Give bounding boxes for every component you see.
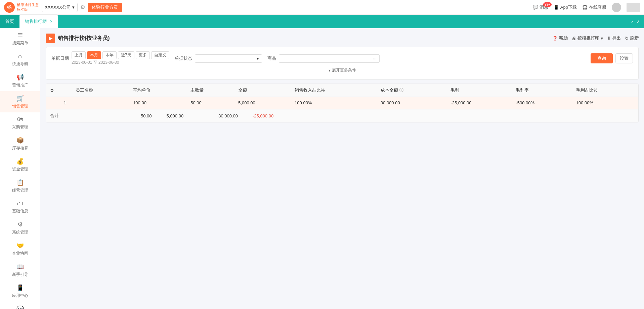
status-filter: 单据状态 ▾	[175, 54, 262, 63]
cell-gross-margin: -500.00%	[512, 97, 572, 109]
date-btn-more[interactable]: 更多	[136, 51, 150, 59]
date-btn-thismonth[interactable]: 本月	[87, 51, 101, 59]
export-button[interactable]: ⬇ 导出	[607, 35, 621, 41]
date-range: 2023-06-01 至 2023-06-30	[72, 60, 169, 65]
cost-info-icon[interactable]: ⓘ	[399, 88, 403, 93]
date-btn-thisyear[interactable]: 本年	[102, 51, 117, 59]
sidebar-item-operation[interactable]: 📋 经营管理	[0, 175, 40, 197]
sidebar-item-sales[interactable]: 🛒 销售管理	[0, 91, 40, 112]
cell-gross-pct: 100.00%	[572, 97, 638, 109]
collab-icon: 🤝	[16, 242, 24, 249]
sidebar-item-purchase[interactable]: 🛍 采购管理	[0, 112, 40, 133]
message-area[interactable]: 💬 消息 99+	[533, 4, 548, 10]
tab-home-label: 首页	[5, 18, 14, 24]
date-btn-lastmonth[interactable]: 上月	[72, 51, 86, 59]
filter-buttons: 查询 设置	[591, 53, 633, 63]
date-btn-custom[interactable]: 自定义	[151, 51, 169, 59]
cell-cost-amt: 30,000.00	[377, 97, 447, 109]
settings-icon[interactable]: ⚙	[80, 4, 85, 10]
print-label: 按模板打印	[577, 35, 599, 41]
page-title: 销售排行榜(按业务员)	[58, 35, 110, 42]
window-close-icon[interactable]: ×	[631, 19, 634, 24]
sidebar-item-system-label: 系统管理	[12, 229, 28, 235]
sidebar-item-system[interactable]: ⚙ 系统管理	[0, 217, 40, 239]
company-select[interactable]: XXXXXX公司 ▾	[42, 3, 78, 12]
sidebar-item-weixin[interactable]: 💬 企业微信	[0, 302, 40, 309]
system-icon: ⚙	[17, 221, 23, 228]
sidebar-item-marketing[interactable]: 📢 营销推广	[0, 70, 40, 91]
basic-icon: 🗃	[17, 200, 23, 207]
footer-qty-value: 50.00	[141, 113, 152, 118]
operation-icon: 📋	[16, 179, 24, 186]
help-button[interactable]: ❓ 帮助	[552, 35, 568, 41]
sidebar-item-appcenter[interactable]: 📱 应用中心	[0, 281, 40, 302]
avg-price-value: 100.00	[133, 100, 146, 105]
company-name: XXXXXX公司	[45, 4, 71, 10]
online-service[interactable]: 🎧 在线客服	[582, 4, 606, 10]
headset-icon: 🎧	[582, 5, 588, 10]
col-settings[interactable]: ⚙	[46, 84, 58, 97]
nav-tabs: 首页 销售排行榜 × × ⤢	[0, 15, 644, 28]
expand-more[interactable]: ▾ 展开更多条件	[51, 65, 633, 75]
col-settings-icon[interactable]: ⚙	[50, 88, 54, 93]
help-icon: ❓	[552, 36, 558, 41]
footer-amount-value: 5,000.00	[167, 113, 184, 118]
sidebar-item-shortcut[interactable]: ⌂ 快捷导航	[0, 49, 40, 70]
cost-amt-value: 30,000.00	[381, 100, 400, 105]
refresh-button[interactable]: ↻ 刷新	[625, 35, 639, 41]
tab-sales-rank[interactable]: 销售排行榜 ×	[19, 15, 58, 28]
table-footer: 合计 50.00 5,000.00 30,000.00 -25,000.00	[46, 109, 638, 122]
status-arrow: ▾	[257, 56, 259, 61]
query-button[interactable]: 查询	[591, 53, 613, 63]
trial-button[interactable]: 体验行业方案	[88, 3, 122, 12]
sidebar-item-collab-label: 企业协同	[12, 251, 28, 256]
finance-icon: 💰	[16, 158, 24, 165]
main-layout: ☰ 搜索菜单 ⌂ 快捷导航 📢 营销推广 🛒 销售管理 🛍 采购管理 📦 库存核…	[0, 28, 644, 309]
date-label: 单据日期	[51, 55, 69, 61]
table-row: 1 100.00 50.00	[46, 97, 638, 109]
sales-icon: 🛒	[16, 95, 24, 102]
sidebar-item-purchase-label: 采购管理	[12, 124, 28, 130]
sidebar-item-collab[interactable]: 🤝 企业协同	[0, 239, 40, 260]
date-btn-7days[interactable]: 近7天	[118, 51, 134, 59]
cell-gross-profit: -25,000.00	[446, 97, 512, 109]
weixin-icon: 💬	[16, 305, 24, 309]
sidebar-item-search-label: 搜索菜单	[12, 40, 28, 46]
sidebar-item-sales-label: 销售管理	[12, 103, 28, 109]
cell-name	[72, 97, 129, 109]
sidebar-item-basic[interactable]: 🗃 基础信息	[0, 197, 40, 217]
filter-settings-button[interactable]: 设置	[615, 53, 633, 63]
app-download[interactable]: 📱 App下载	[554, 4, 577, 10]
tab-home[interactable]: 首页	[0, 15, 19, 28]
sidebar-item-finance[interactable]: 💰 资金管理	[0, 154, 40, 175]
goods-label: 商品	[267, 55, 276, 61]
export-label: 导出	[612, 35, 621, 41]
expand-chevron-icon: ▾	[329, 68, 331, 73]
print-button[interactable]: 🖨 按模板打印 ▾	[572, 35, 603, 41]
footer-amount: 5,000.00	[167, 113, 184, 118]
sidebar-item-inventory[interactable]: 📦 库存核算	[0, 133, 40, 154]
main-content: ▶ 销售排行榜(按业务员) ❓ 帮助 🖨 按模板打印 ▾ ⬇	[40, 28, 644, 309]
inventory-icon: 📦	[16, 137, 24, 144]
window-expand-icon[interactable]: ⤢	[636, 19, 640, 24]
sidebar-item-guide[interactable]: 📖 新手引导	[0, 260, 40, 281]
sidebar-item-search[interactable]: ☰ 搜索菜单	[0, 28, 40, 49]
date-filter: 单据日期 上月 本月 本年 近7天 更多 自定义 2023-06-01 至 20…	[51, 51, 169, 65]
tab-close-icon[interactable]: ×	[50, 19, 52, 24]
status-select[interactable]: ▾	[195, 54, 262, 63]
user-name-placeholder	[627, 3, 640, 12]
col-gross-pct: 毛利占比%	[572, 84, 638, 97]
gross-pct-value: 100.00%	[576, 100, 593, 105]
expand-icon[interactable]: ▶	[46, 34, 55, 43]
goods-input[interactable]: ···	[279, 54, 380, 63]
sales-pct-value: 100.00%	[295, 100, 312, 105]
footer-gross-profit-value: -25,000.00	[253, 113, 273, 118]
rank-value: 1	[63, 100, 66, 105]
date-buttons: 上月 本月 本年 近7天 更多 自定义	[72, 51, 169, 59]
nav-tab-end: × ⤢	[631, 19, 644, 24]
cell-rank: 1	[58, 97, 72, 109]
sidebar-item-finance-label: 资金管理	[12, 166, 28, 172]
data-table-wrap: ⚙ 员工名称 平均单价 主数量 全额 销售收入占比% 成本全额 ⓘ 毛利	[46, 84, 639, 122]
avatar[interactable]	[612, 3, 621, 12]
sidebar-item-shortcut-label: 快捷导航	[12, 61, 28, 67]
